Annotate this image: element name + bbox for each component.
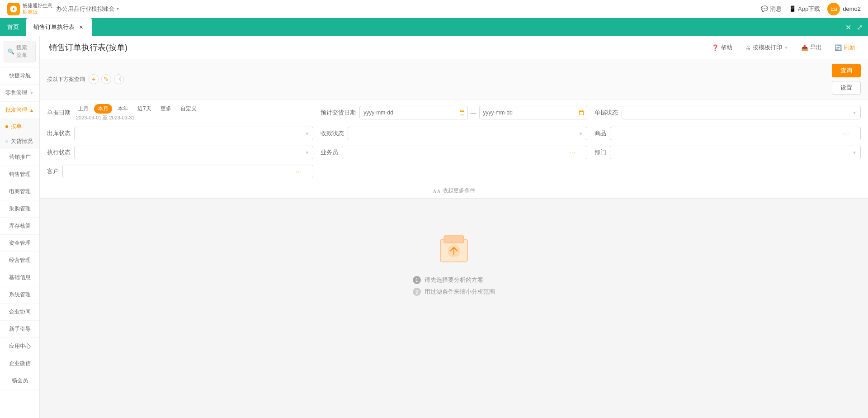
export-button[interactable]: 📤 导出 — [797, 42, 826, 53]
date-tab-current-month[interactable]: 本月 — [94, 104, 112, 114]
doc-status-select[interactable]: ▼ — [622, 106, 861, 119]
date-tab-custom[interactable]: 自定义 — [177, 104, 200, 114]
sidebar-item-purchase[interactable]: 采购管理 — [0, 200, 39, 218]
empty-state: 1 请先选择要分析的方案 2 用过滤条件来缩小分析范围 — [40, 199, 868, 323]
sidebar-item-quick-nav[interactable]: 快捷导航 — [0, 67, 39, 85]
message-button[interactable]: 💬 消息 — [761, 5, 782, 13]
sidebar-item-marketing[interactable]: 营销推广 — [0, 149, 39, 166]
refresh-icon: 🔄 — [835, 44, 842, 51]
filter-row-3: 执行状态 ▼ 业务员 ··· — [47, 146, 861, 159]
active-dot-icon — [5, 125, 8, 128]
date-tab-last-7days[interactable]: 近7天 — [134, 104, 155, 114]
sidebar-item-enterprise-wechat[interactable]: 企业微信 — [0, 355, 39, 372]
collapse-label: 收起更多条件 — [443, 187, 475, 195]
expected-date-field: 预计交货日期 — — [321, 106, 587, 119]
payment-status-select[interactable]: ▼ — [348, 127, 587, 140]
help-icon: ❓ — [712, 44, 719, 51]
goods-multi-select[interactable]: ··· — [610, 127, 861, 140]
tab-close-icon[interactable]: ✕ — [77, 24, 85, 31]
template-print-button[interactable]: 🖨 按模板打印 ▼ — [741, 42, 792, 53]
sidebar-item-app-center[interactable]: 应用中心 — [0, 338, 39, 355]
collapse-bar[interactable]: ∧∧ 收起更多条件 — [40, 183, 868, 198]
department-label: 部门 — [594, 148, 606, 157]
user-menu[interactable]: Ea demo2 — [827, 3, 861, 15]
filter-rows: 单据日期 上月 本月 本年 近7天 更多 自定义 2023-03-01 至 20… — [40, 100, 868, 183]
search-menu-label: 搜索菜单 — [16, 44, 32, 59]
sidebar-item-vip[interactable]: 畅会员 — [0, 372, 39, 390]
chevron-up-icon: ▲ — [29, 108, 34, 113]
department-field: 部门 ▼ — [594, 146, 861, 159]
search-icon: 🔍 — [8, 48, 14, 55]
print-icon: 🖨 — [745, 44, 751, 51]
sidebar-item-sales[interactable]: 销售管理 — [0, 166, 39, 183]
expected-date-end[interactable] — [479, 106, 587, 119]
sidebar-item-basic-info[interactable]: 基础信息 — [0, 269, 39, 286]
exec-status-select[interactable]: ▼ — [74, 146, 313, 159]
date-tabs: 上月 本月 本年 近7天 更多 自定义 — [74, 104, 313, 114]
help-button[interactable]: ❓ 帮助 — [708, 42, 736, 53]
goods-field: 商品 ··· — [594, 127, 861, 140]
edit-scheme-button[interactable]: ✎ — [101, 74, 111, 84]
tab-sales-orders[interactable]: 销售订单执行表 ✕ — [26, 18, 92, 36]
add-scheme-icon: + — [92, 76, 95, 83]
sidebar-item-finance[interactable]: 资金管理 — [0, 235, 39, 252]
sidebar-item-operations[interactable]: 经营管理 — [0, 252, 39, 269]
sidebar-item-enterprise[interactable]: 企业协同 — [0, 304, 39, 321]
sidebar-item-system[interactable]: 系统管理 — [0, 286, 39, 304]
add-scheme-button[interactable]: + — [89, 74, 99, 84]
payment-arrow-icon: ▼ — [579, 131, 583, 136]
exec-status-label: 执行状态 — [47, 148, 71, 157]
header-left: 畅捷通好生意 标准版 办公用品行业模拟账套 ▾ — [7, 3, 119, 15]
date-filter-field: 单据日期 上月 本月 本年 近7天 更多 自定义 2023-03-01 至 20… — [47, 104, 313, 121]
collapse-icon: 《 — [116, 76, 122, 83]
department-select[interactable]: ▼ — [610, 146, 861, 159]
scheme-label: 按以下方案查询 — [47, 76, 85, 83]
page-header: 销售订单执行表(按单) ❓ 帮助 🖨 按模板打印 ▼ 📤 导出 🔄 刷新 — [40, 36, 868, 59]
settings-button[interactable]: 设置 — [832, 81, 861, 95]
collapse-up-icon: ∧∧ — [433, 188, 441, 194]
main-layout: 🔍 搜索菜单 快捷导航 零售管理 ▼ 批发管理 ▲ 按单 欠货情况 营销推广 销… — [0, 36, 868, 418]
date-separator: — — [471, 109, 476, 116]
chevron-down-icon: ▼ — [29, 90, 34, 95]
sidebar-item-ecommerce[interactable]: 电商管理 — [0, 183, 39, 200]
goods-multi-dots-icon: ··· — [843, 130, 849, 137]
expected-date-label: 预计交货日期 — [321, 109, 356, 117]
tab-close-all-icon[interactable]: ✕ — [845, 23, 851, 32]
date-tab-more[interactable]: 更多 — [157, 104, 175, 114]
query-buttons-area: 查询 设置 — [832, 64, 861, 95]
filter-panel: 按以下方案查询 + ✎ 《 查询 设置 — [40, 59, 868, 199]
step-1-badge: 1 — [413, 276, 421, 284]
content-area: 销售订单执行表(按单) ❓ 帮助 🖨 按模板打印 ▼ 📤 导出 🔄 刷新 — [40, 36, 868, 418]
customer-multi-select[interactable]: ··· — [62, 165, 313, 178]
logo-text: 畅捷通好生意 标准版 — [23, 3, 52, 14]
message-icon: 💬 — [761, 5, 768, 12]
out-stock-select[interactable]: ▼ — [74, 127, 313, 140]
query-button[interactable]: 查询 — [832, 64, 861, 77]
exec-status-field: 执行状态 ▼ — [47, 146, 313, 159]
refresh-button[interactable]: 🔄 刷新 — [831, 42, 859, 53]
breadcrumb-dropdown[interactable]: 办公用品行业模拟账套 ▾ — [56, 5, 119, 13]
home-tab-label: 首页 — [7, 23, 19, 31]
header-right: 💬 消息 📱 App下载 Ea demo2 — [761, 3, 861, 15]
collapse-scheme-button[interactable]: 《 — [114, 74, 124, 84]
sidebar-item-wholesale[interactable]: 批发管理 ▲ — [0, 102, 39, 119]
sales-orders-tab-label: 销售订单执行表 — [33, 23, 75, 31]
date-tab-last-month[interactable]: 上月 — [74, 104, 92, 114]
export-icon: 📤 — [801, 44, 808, 51]
page-actions: ❓ 帮助 🖨 按模板打印 ▼ 📤 导出 🔄 刷新 — [708, 42, 859, 53]
tab-home[interactable]: 首页 — [0, 18, 26, 36]
sidebar-item-new-guide[interactable]: 新手引导 — [0, 321, 39, 338]
tab-expand-icon[interactable]: ⤢ — [857, 23, 863, 32]
sidebar-sub-press-order[interactable]: 按单 — [0, 119, 39, 134]
sidebar-item-retail[interactable]: 零售管理 ▼ — [0, 85, 39, 102]
sidebar-sub-debt-status[interactable]: 欠货情况 — [0, 134, 39, 149]
search-menu-button[interactable]: 🔍 搜索菜单 — [4, 41, 36, 62]
tab-bar-right: ✕ ⤢ — [845, 23, 868, 32]
doc-status-arrow-icon: ▼ — [852, 110, 857, 115]
salesman-multi-select[interactable]: ··· — [342, 146, 587, 159]
page-title: 销售订单执行表(按单) — [49, 42, 127, 53]
expected-date-start[interactable] — [359, 106, 467, 119]
date-tab-current-year[interactable]: 本年 — [114, 104, 132, 114]
sidebar-item-inventory[interactable]: 库存核算 — [0, 218, 39, 235]
app-download-button[interactable]: 📱 App下载 — [789, 5, 820, 13]
